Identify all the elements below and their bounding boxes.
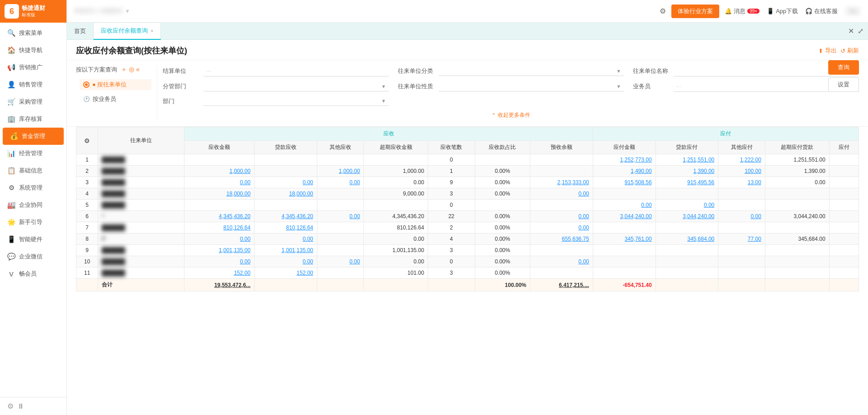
sidebar-item-label: 营销推广 [19, 63, 42, 72]
filter-schema: 按以下方案查询 ＋ ◎ « [76, 66, 151, 74]
add-schema-icon[interactable]: ＋ [121, 66, 127, 74]
partner-nature-select[interactable]: ▼ [439, 82, 624, 91]
footer-r-overdue [364, 279, 428, 291]
username: Rit [849, 8, 856, 14]
sidebar-item-enterprise-wechat[interactable]: 💬 企业微信 [0, 248, 66, 265]
table-settings-col[interactable]: ⚙ [76, 127, 98, 154]
partner-category-select[interactable]: ▼ [439, 67, 624, 76]
collapse-schema-icon[interactable]: « [136, 66, 140, 74]
settlement-unit-input[interactable]: ··· [203, 66, 389, 76]
tab-home[interactable]: 首页 [67, 23, 94, 39]
message-label: 消息 [734, 7, 745, 15]
sidebar-item-smart-hw[interactable]: 📱 智能硬件 [0, 231, 66, 248]
tab-close-icon[interactable]: × [151, 28, 153, 33]
partner-name-cell: P [98, 234, 184, 245]
message-button[interactable]: 🔔 消息 99+ [725, 7, 760, 15]
partner-name-cell: ██████ [98, 177, 184, 188]
smart-hw-icon: 📱 [7, 235, 15, 243]
sidebar-collapse-icon[interactable]: ⏸ [17, 402, 24, 410]
table-container[interactable]: ⚙ 往来单位 应收 应付 应收金额 贷款应收 其他应收 超期应收金额 应收笔数 … [67, 127, 868, 415]
breadcrumb-arrow: ▼ [125, 8, 130, 14]
tab-maximize-icon[interactable]: ⤢ [858, 27, 863, 35]
tab-active[interactable]: 应收应付余额查询 × [94, 23, 161, 40]
purchase-icon: 🛒 [7, 98, 15, 106]
inventory-icon: 🏢 [7, 115, 15, 123]
sidebar-item-label: 搜索菜单 [19, 29, 42, 37]
header-gear-icon[interactable]: ⚙ [660, 7, 666, 15]
username-area: Rit [845, 7, 861, 16]
table-row: 9██████1,001,135.001,001,135.001,001,135… [76, 245, 859, 256]
settings-button[interactable]: 设置 [828, 77, 859, 92]
sidebar-item-label: 企业微信 [19, 253, 42, 261]
sidebar-item-finance[interactable]: 💰 资金管理 [3, 128, 64, 145]
settlement-unit-label: 结算单位 [163, 67, 203, 75]
sidebar-item-label: 快捷导航 [19, 46, 42, 54]
filter-row-dept-managed: 分管部门 ▼ [163, 81, 389, 92]
col-r-overdue: 超期应收金额 [364, 141, 428, 154]
footer-label: 合计 [98, 279, 184, 291]
filter-option-by-salesperson[interactable]: 🕐 按业务员 [80, 94, 151, 105]
sidebar-item-purchase[interactable]: 🛒 采购管理 [0, 93, 66, 110]
filter-right-buttons: 查询 设置 [828, 60, 859, 92]
filter-left: 按以下方案查询 ＋ ◎ « ● [76, 66, 859, 121]
sidebar-item-system[interactable]: ⚙ 系统管理 [0, 179, 66, 196]
filter-row-dept: 部门 ▼ [163, 96, 389, 106]
table-footer-row: 合计 19,553,472,6... 100.00% 6,417,215....… [76, 279, 859, 291]
filter-fields-container: 结算单位 ··· 往来单位分类 ▼ 往来单 [157, 66, 859, 121]
collapse-button[interactable]: ⌃ 收起更多条件 [163, 110, 859, 121]
sidebar-item-label: 系统管理 [19, 184, 42, 192]
query-button[interactable]: 查询 [828, 60, 859, 75]
tab-close-window-icon[interactable]: ✕ [848, 27, 854, 35]
sidebar-item-member[interactable]: V 畅会员 [0, 265, 66, 282]
sidebar-item-guide[interactable]: 🌟 新手引导 [0, 214, 66, 231]
partner-name-cell: ██████ [98, 154, 184, 166]
marketing-icon: 📢 [7, 63, 15, 72]
partner-name-cell: ██████ [98, 245, 184, 256]
edit-schema-icon[interactable]: ◎ [129, 66, 134, 74]
sidebar-item-inventory[interactable]: 🏢 库存核算 [0, 110, 66, 128]
sidebar-item-label: 基础信息 [19, 167, 42, 175]
sidebar-item-label: 畅会员 [19, 270, 37, 278]
logo-badge: 标准版 [22, 12, 45, 18]
sidebar-item-quick-nav[interactable]: 🏠 快捷导航 [0, 42, 66, 59]
footer-r-prepay[interactable]: 6,417,215.... [530, 279, 593, 291]
sidebar-item-label: 经营管理 [19, 149, 42, 157]
footer-r-count [428, 279, 475, 291]
filter-schema-icons: ＋ ◎ « [121, 66, 140, 74]
sidebar-item-label: 采购管理 [19, 98, 42, 106]
footer-p-overdue [765, 279, 829, 291]
logo-name: 畅捷通财 [22, 5, 45, 12]
footer-r-amount[interactable]: 19,553,472,6... [184, 279, 255, 291]
sidebar-item-enterprise[interactable]: 🏭 企业协同 [0, 196, 66, 214]
sidebar-item-search-menu[interactable]: 🔍 搜索菜单 [0, 24, 66, 42]
promo-button[interactable]: 体验行业方案 [671, 5, 719, 18]
refresh-button[interactable]: ↺ 刷新 [840, 47, 859, 55]
sidebar-item-sales[interactable]: 👤 销售管理 [0, 76, 66, 93]
sidebar-item-operations[interactable]: 📊 经营管理 [0, 145, 66, 162]
filter-options: ● 按往来单位 🕐 按业务员 [76, 79, 151, 105]
sidebar-item-marketing[interactable]: 📢 营销推广 [0, 59, 66, 76]
sidebar-item-label: 新手引导 [19, 218, 42, 226]
filter-option-by-partner[interactable]: ● 按往来单位 [80, 79, 151, 90]
table-row: 8P0.000.000.0040.00%655,636.75345,761.00… [76, 234, 859, 245]
home-icon: 🏠 [7, 46, 15, 54]
breadcrumb-text: 应收应付 / 余额查询 [74, 7, 122, 15]
app-download-button[interactable]: 📱 App下载 [767, 7, 798, 15]
table-row: 2██████1,000.001,000.001,000.0010.00%1,4… [76, 166, 859, 177]
tab-bar-actions: ✕ ⤢ [844, 27, 868, 35]
footer-r-other [317, 279, 364, 291]
customer-service-button[interactable]: 🎧 在线客服 [805, 7, 838, 15]
tab-bar: 首页 应收应付余额查询 × ✕ ⤢ [67, 23, 868, 40]
export-button[interactable]: ⬆ 导出 [818, 47, 837, 55]
partner-name-cell: ^ [98, 211, 184, 222]
sidebar-settings-icon[interactable]: ⚙ [7, 402, 14, 410]
sidebar-item-basic-info[interactable]: 📋 基础信息 [0, 162, 66, 179]
col-r-count: 应收笔数 [428, 141, 475, 154]
customer-service-icon: 🎧 [805, 8, 812, 14]
table-row: 7██████810,126.64810,126.64810,126.6420.… [76, 222, 859, 234]
filter-row-settlement: 结算单位 ··· [163, 66, 389, 76]
dept-select[interactable]: ▼ [203, 96, 389, 106]
dept-managed-select[interactable]: ▼ [203, 82, 389, 91]
app-download-icon: 📱 [767, 8, 774, 14]
chevron-down-icon: ▼ [616, 68, 621, 74]
